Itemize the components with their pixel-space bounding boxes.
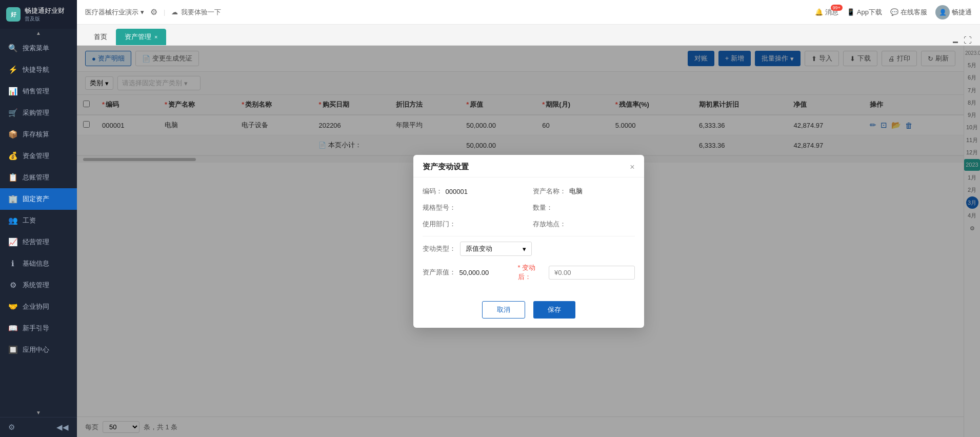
- sidebar-item-ledger[interactable]: 📋 总账管理: [0, 167, 77, 188]
- username-label: 畅捷通: [952, 8, 972, 17]
- modal-original-value-value: 50,000.00: [459, 269, 506, 276]
- modal-body: 编码： 000001 资产名称： 电脑 规格型号：: [413, 177, 644, 294]
- modal-field-quantity: 数量：: [533, 203, 635, 212]
- experience-cloud-icon: ☁: [171, 8, 178, 16]
- modal-code-value: 000001: [446, 188, 468, 195]
- modal-asset-name-label: 资产名称：: [533, 187, 566, 196]
- app-download-btn[interactable]: 📱 App下载: [847, 8, 882, 17]
- topbar-divider: |: [164, 8, 165, 16]
- sidebar-item-basics[interactable]: ℹ 基础信息: [0, 253, 77, 274]
- app-center-icon: 🔲: [8, 345, 17, 354]
- modal-change-type-select[interactable]: 原值变动 ▾: [460, 242, 532, 256]
- topbar-left: 医疗器械行业演示 ▾ ⚙ | ☁ 我要体验一下: [85, 7, 221, 17]
- finance-label: 资金管理: [23, 151, 49, 161]
- sidebar-item-fixed-assets[interactable]: 🏢 固定资产: [0, 188, 77, 210]
- sidebar-item-payroll[interactable]: 👥 工资: [0, 210, 77, 231]
- modal-divider: [423, 236, 635, 236]
- modal-after-change-input[interactable]: [549, 266, 634, 280]
- inventory-label: 库存核算: [23, 130, 49, 139]
- app-download-label: App下载: [857, 8, 882, 17]
- fixed-assets-label: 固定资产: [23, 194, 49, 204]
- logo-text: 畅捷通好业财 普及版: [25, 6, 65, 23]
- collapse-icon[interactable]: ◀◀: [56, 423, 69, 432]
- modal-field-code: 编码： 000001: [423, 187, 525, 196]
- search-icon: 🔍: [8, 44, 17, 53]
- sidebar-item-quick-nav[interactable]: ⚡ 快捷导航: [0, 59, 77, 81]
- sidebar-scroll-down[interactable]: ▼: [0, 408, 77, 417]
- sidebar-item-inventory[interactable]: 📦 库存核算: [0, 124, 77, 145]
- tab-asset-mgmt[interactable]: 资产管理 ×: [116, 29, 166, 45]
- modal-value-row: 资产原值： 50,000.00 * 变动后：: [423, 263, 635, 282]
- sidebar-item-app-center[interactable]: 🔲 应用中心: [0, 339, 77, 361]
- modal-code-label: 编码：: [423, 187, 443, 196]
- modal-field-spec: 规格型号：: [423, 203, 525, 212]
- ledger-label: 总账管理: [23, 173, 49, 182]
- sidebar-item-guide[interactable]: 📖 新手引导: [0, 317, 77, 339]
- modal-field-dept: 使用部门：: [423, 220, 525, 229]
- tab-close-icon[interactable]: ×: [154, 34, 157, 40]
- modal-field-location: 存放地点：: [533, 220, 635, 229]
- modal-row-2: 规格型号： 数量：: [423, 203, 635, 212]
- sidebar-item-purchase[interactable]: 🛒 采购管理: [0, 102, 77, 124]
- modal-change-type-row: 变动类型： 原值变动 ▾: [423, 242, 635, 256]
- tab-maximize-icon[interactable]: ⛶: [964, 36, 972, 45]
- topbar-settings-icon[interactable]: ⚙: [150, 7, 157, 17]
- guide-label: 新手引导: [23, 324, 49, 333]
- payroll-icon: 👥: [8, 216, 17, 225]
- modal-field-asset-name: 资产名称： 电脑: [533, 187, 635, 196]
- payroll-label: 工资: [23, 216, 36, 225]
- modal-title: 资产变动设置: [423, 162, 469, 172]
- dropdown-icon: ▾: [141, 8, 144, 16]
- sidebar-item-search[interactable]: 🔍 搜索菜单: [0, 37, 77, 59]
- app-logo: 好 畅捷通好业财 普及版: [0, 0, 77, 29]
- sidebar-item-system[interactable]: ⚙ 系统管理: [0, 274, 77, 296]
- finance-icon: 💰: [8, 151, 17, 161]
- app-name: 畅捷通好业财: [25, 6, 65, 15]
- sales-icon: 📊: [8, 87, 17, 96]
- modal-change-type-chevron: ▾: [523, 245, 526, 253]
- save-button[interactable]: 保存: [533, 301, 575, 319]
- online-service-label: 在线客服: [901, 8, 927, 17]
- sidebar-item-finance[interactable]: 💰 资金管理: [0, 145, 77, 167]
- tab-minimize-icon[interactable]: 🗕: [951, 36, 959, 45]
- modal-footer: 取消 保存: [413, 294, 644, 328]
- asset-change-modal: 资产变动设置 × 编码： 000001 资产名称： 电脑: [413, 155, 644, 328]
- system-label: 系统管理: [23, 281, 49, 290]
- sidebar-nav: 🔍 搜索菜单 ⚡ 快捷导航 📊 销售管理 🛒 采购管理 📦 库存核算 💰 资金管…: [0, 37, 77, 408]
- tab-home[interactable]: 首页: [85, 29, 116, 45]
- asset-mgmt-tab-label: 资产管理: [125, 32, 151, 42]
- modal-change-type-value: 原值变动: [466, 244, 492, 253]
- search-label: 搜索菜单: [23, 44, 49, 53]
- online-service-btn[interactable]: 💬 在线客服: [890, 8, 927, 17]
- cancel-button[interactable]: 取消: [482, 301, 525, 319]
- service-icon: 💬: [890, 8, 898, 16]
- messages-btn[interactable]: 🔔 消息 99+: [815, 8, 838, 17]
- ledger-icon: 📋: [8, 173, 17, 182]
- operations-icon: 📈: [8, 237, 17, 247]
- user-profile[interactable]: 👤 畅捷通: [935, 5, 972, 19]
- modal-row-1: 编码： 000001 资产名称： 电脑: [423, 187, 635, 196]
- topbar: 医疗器械行业演示 ▾ ⚙ | ☁ 我要体验一下 🔔 消息 99+ 📱 App下载…: [77, 0, 980, 25]
- guide-icon: 📖: [8, 324, 17, 333]
- modal-close-btn[interactable]: ×: [630, 163, 634, 172]
- avatar: 👤: [935, 5, 950, 19]
- modal-spec-label: 规格型号：: [423, 203, 456, 212]
- basics-label: 基础信息: [23, 259, 49, 268]
- settings-icon[interactable]: ⚙: [8, 423, 15, 432]
- app-center-label: 应用中心: [23, 345, 49, 354]
- modal-overlay: 资产变动设置 × 编码： 000001 资产名称： 电脑: [77, 46, 980, 437]
- cooperation-icon: 🤝: [8, 302, 17, 311]
- modal-original-value-label: 资产原值：: [423, 268, 455, 277]
- sidebar-footer: ⚙ ◀◀: [0, 417, 77, 437]
- system-icon: ⚙: [8, 281, 17, 290]
- app-edition: 普及版: [25, 15, 65, 23]
- company-selector[interactable]: 医疗器械行业演示 ▾: [85, 8, 144, 17]
- modal-header: 资产变动设置 ×: [413, 155, 644, 177]
- messages-badge: 99+: [831, 5, 843, 11]
- sidebar-item-sales[interactable]: 📊 销售管理: [0, 81, 77, 102]
- sidebar-item-operations[interactable]: 📈 经营管理: [0, 231, 77, 253]
- sidebar-item-cooperation[interactable]: 🤝 企业协同: [0, 296, 77, 317]
- tabbar: 首页 资产管理 × 🗕 ⛶: [77, 25, 980, 46]
- sidebar-scroll-up[interactable]: ▲: [0, 29, 77, 37]
- experience-btn[interactable]: ☁ 我要体验一下: [171, 8, 221, 17]
